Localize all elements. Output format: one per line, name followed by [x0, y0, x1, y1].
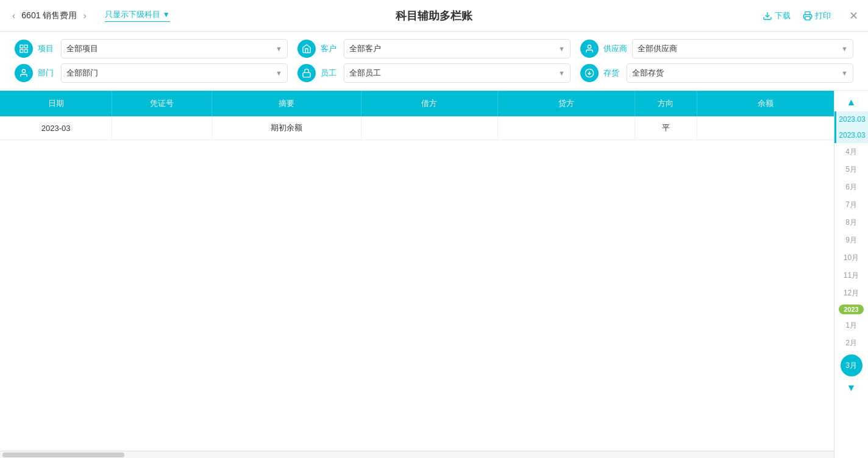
filter-inventory: 存货 全部存货 ▼ [575, 61, 858, 85]
cell-credit [498, 116, 635, 140]
col-header-summary: 摘要 [212, 91, 361, 116]
side-month-1[interactable]: 1月 [834, 317, 868, 334]
main-table: 日期 凭证号 摘要 借方 贷方 方向 余额 2023-03 期初余额 [0, 91, 834, 458]
prev-account-button[interactable]: ‹ [10, 9, 18, 23]
supplier-icon [580, 40, 599, 58]
filter-customer: 客户 全部客户 ▼ [293, 37, 575, 61]
show-sub-label: 只显示下级科目 [105, 9, 160, 20]
next-account-button[interactable]: › [80, 9, 88, 23]
page-title: 科目辅助多栏账 [396, 9, 472, 23]
side-month-7[interactable]: 7月 [834, 196, 868, 214]
cell-voucher [112, 116, 212, 140]
supplier-select[interactable]: 全部供应商 ▼ [632, 39, 853, 58]
project-icon [15, 40, 33, 58]
employee-chevron-icon: ▼ [558, 69, 565, 77]
inventory-select[interactable]: 全部存货 ▼ [627, 63, 853, 83]
table-row: 2023-03 期初余额 平 [0, 116, 834, 140]
employee-value: 全部员工 [349, 68, 381, 79]
employee-select[interactable]: 全部员工 ▼ [344, 63, 571, 83]
print-icon [803, 11, 813, 21]
side-month-10[interactable]: 10月 [834, 249, 868, 267]
side-month-11[interactable]: 11月 [834, 267, 868, 284]
filter-employee: 员工 全部员工 ▼ [293, 61, 575, 85]
inventory-chevron-icon: ▼ [841, 69, 848, 77]
side-month-4[interactable]: 4月 [834, 143, 868, 161]
inventory-icon [580, 64, 599, 82]
customer-select[interactable]: 全部客户 ▼ [344, 39, 571, 58]
ledger-table: 日期 凭证号 摘要 借方 贷方 方向 余额 2023-03 期初余额 [0, 91, 834, 140]
side-month-2023-03-first[interactable]: 2023.03 [834, 111, 868, 127]
account-code-label: 6601 销售费用 [21, 10, 77, 21]
department-label: 部门 [38, 68, 56, 79]
show-sub-toggle[interactable]: 只显示下级科目 ▼ [105, 9, 170, 22]
col-header-voucher: 凭证号 [112, 91, 212, 116]
customer-value: 全部客户 [349, 43, 381, 54]
col-header-balance: 余额 [697, 91, 834, 116]
scroll-thumb[interactable] [2, 453, 124, 457]
side-month-6[interactable]: 6月 [834, 178, 868, 196]
year-badge: 2023 [839, 305, 863, 314]
side-month-5[interactable]: 5月 [834, 161, 868, 178]
side-month-3-active[interactable]: 3月 [841, 354, 863, 376]
side-nav-up-button[interactable]: ▲ [834, 93, 868, 111]
main-window: ‹ 6601 销售费用 › 只显示下级科目 ▼ 科目辅助多栏账 下载 打印 ✕ [0, 0, 868, 458]
department-icon [15, 64, 33, 82]
col-header-credit: 贷方 [498, 91, 635, 116]
side-month-2023-03-second[interactable]: 2023.03 [834, 127, 868, 143]
svg-rect-1 [805, 16, 810, 19]
col-header-debit: 借方 [361, 91, 498, 116]
svg-rect-3 [24, 45, 27, 48]
svg-rect-8 [303, 72, 310, 77]
cell-summary: 期初余额 [212, 116, 361, 140]
filter-department: 部门 全部部门 ▼ [10, 61, 293, 85]
side-month-panel: ▲ 2023.03 2023.03 4月 5月 6月 7月 8月 [834, 91, 868, 458]
svg-rect-2 [20, 45, 23, 48]
project-select[interactable]: 全部项目 ▼ [61, 39, 288, 58]
supplier-chevron-icon: ▼ [841, 45, 848, 52]
svg-point-7 [22, 69, 25, 72]
side-month-12[interactable]: 12月 [834, 284, 868, 302]
svg-rect-5 [24, 49, 27, 52]
department-chevron-icon: ▼ [276, 69, 282, 77]
inventory-value: 全部存货 [632, 68, 664, 79]
inventory-label: 存货 [603, 68, 622, 79]
print-label: 打印 [815, 10, 831, 21]
side-month-9[interactable]: 9月 [834, 231, 868, 249]
side-month-8[interactable]: 8月 [834, 214, 868, 231]
chevron-down-icon: ▼ [163, 10, 170, 19]
project-label: 项目 [38, 43, 56, 54]
filter-bar: 项目 全部项目 ▼ 客户 全部客户 ▼ 供应商 全部供应商 ▼ [0, 32, 868, 91]
customer-chevron-icon: ▼ [558, 45, 565, 52]
cell-debit [361, 116, 498, 140]
nav-area: ‹ 6601 销售费用 › 只显示下级科目 ▼ [10, 9, 170, 23]
employee-label: 员工 [321, 68, 339, 79]
side-month-2[interactable]: 2月 [834, 334, 868, 352]
svg-point-6 [588, 45, 591, 48]
top-bar: ‹ 6601 销售费用 › 只显示下级科目 ▼ 科目辅助多栏账 下载 打印 ✕ [0, 0, 868, 32]
table-wrapper: 日期 凭证号 摘要 借方 贷方 方向 余额 2023-03 期初余额 [0, 91, 868, 458]
col-header-direction: 方向 [635, 91, 697, 116]
print-button[interactable]: 打印 [803, 10, 831, 21]
project-chevron-icon: ▼ [276, 45, 282, 52]
supplier-label: 供应商 [603, 43, 627, 54]
download-button[interactable]: 下载 [763, 10, 791, 21]
supplier-value: 全部供应商 [638, 43, 677, 54]
filter-project: 项目 全部项目 ▼ [10, 37, 293, 61]
side-nav-down-button[interactable]: ▼ [834, 379, 868, 397]
horizontal-scrollbar[interactable] [0, 451, 834, 458]
svg-rect-4 [20, 49, 23, 52]
customer-icon [297, 40, 316, 58]
department-value: 全部部门 [66, 68, 98, 79]
department-select[interactable]: 全部部门 ▼ [61, 63, 288, 83]
filter-supplier: 供应商 全部供应商 ▼ [575, 37, 858, 61]
project-value: 全部项目 [66, 43, 98, 54]
cell-balance [697, 116, 834, 140]
customer-label: 客户 [321, 43, 339, 54]
download-label: 下载 [775, 10, 791, 21]
download-icon [763, 11, 772, 21]
employee-icon [297, 64, 316, 82]
year-badge-container: 2023 [834, 305, 868, 314]
top-actions: 下载 打印 ✕ [763, 9, 858, 23]
close-button[interactable]: ✕ [849, 9, 858, 23]
cell-date: 2023-03 [0, 116, 112, 140]
